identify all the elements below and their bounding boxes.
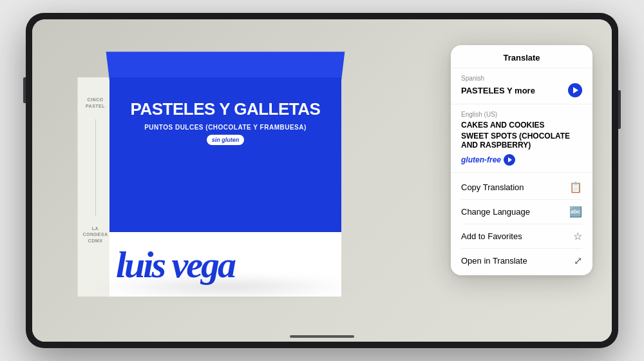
translated-line-1: CAKES AND COOKIES (461, 121, 582, 130)
copy-translation-label: Copy Translation (461, 182, 524, 192)
translation-section: English (US) CAKES AND COOKIES SWEET SPO… (451, 104, 592, 173)
change-language-icon: 🔤 (569, 206, 582, 218)
popup-header: Translate (451, 45, 592, 68)
target-lang-label: English (US) (461, 111, 582, 118)
change-language-item[interactable]: Change Language🔤 (451, 200, 592, 224)
gluten-free-row: gluten-free (461, 154, 515, 166)
add-to-favorites-label: Add to Favorites (461, 231, 522, 241)
ipad-frame: CINCO PASTEL LA CONGESA CDMX PASTELES Y … (26, 13, 618, 348)
add-to-favorites-icon: ☆ (573, 230, 582, 242)
open-in-translate-label: Open in Translate (461, 256, 527, 266)
package-3d: CINCO PASTEL LA CONGESA CDMX PASTELES Y … (58, 39, 393, 322)
source-section: Spanish PASTELES Y more (451, 68, 592, 104)
left-bottom-text: LA CONGESA CDMX (81, 226, 109, 244)
box-front-face: PASTELES Y GALLETAS PUNTOS DULCES (CHOCO… (109, 77, 341, 297)
source-lang-label: Spanish (461, 75, 582, 82)
floor-shadow (90, 277, 361, 297)
gluten-free-text: gluten-free (461, 155, 501, 164)
add-to-favorites-item[interactable]: Add to Favorites☆ (451, 224, 592, 248)
gluten-badge: sin gluten (207, 135, 245, 145)
translate-popup: Translate Spanish PASTELES Y more Englis… (451, 45, 592, 275)
box-left-content: CINCO PASTEL LA CONGESA CDMX (81, 97, 109, 244)
left-divider (95, 119, 96, 216)
home-bar (290, 335, 354, 338)
box-top-face (106, 52, 345, 81)
open-in-translate-item[interactable]: Open in Translate⤢ (451, 249, 592, 273)
source-play-button[interactable] (568, 83, 582, 97)
copy-translation-item[interactable]: Copy Translation📋 (451, 175, 592, 199)
source-text-value: PASTELES Y more (461, 86, 535, 95)
gluten-play-icon (508, 157, 512, 162)
brand-title: PASTELES Y GALLETAS (131, 100, 321, 119)
gluten-play-button[interactable] (504, 154, 515, 166)
popup-actions: Copy Translation📋Change Language🔤Add to … (451, 173, 592, 275)
left-top-text: CINCO PASTEL (81, 97, 109, 110)
open-in-translate-icon: ⤢ (574, 255, 582, 267)
source-text-row: PASTELES Y more (461, 83, 582, 97)
popup-title: Translate (461, 53, 582, 63)
translated-line-2: SWEET SPOTS (CHOCOLATE AND RASPBERRY) (461, 132, 582, 150)
copy-translation-icon: 📋 (569, 181, 582, 193)
box-subtitle: PUNTOS DULCES (CHOCOLATE Y FRAMBUESA) (144, 124, 307, 131)
ipad-screen: CINCO PASTEL LA CONGESA CDMX PASTELES Y … (32, 19, 612, 342)
play-icon (573, 87, 578, 93)
change-language-label: Change Language (461, 207, 530, 217)
box-left-face: CINCO PASTEL LA CONGESA CDMX (77, 77, 113, 297)
